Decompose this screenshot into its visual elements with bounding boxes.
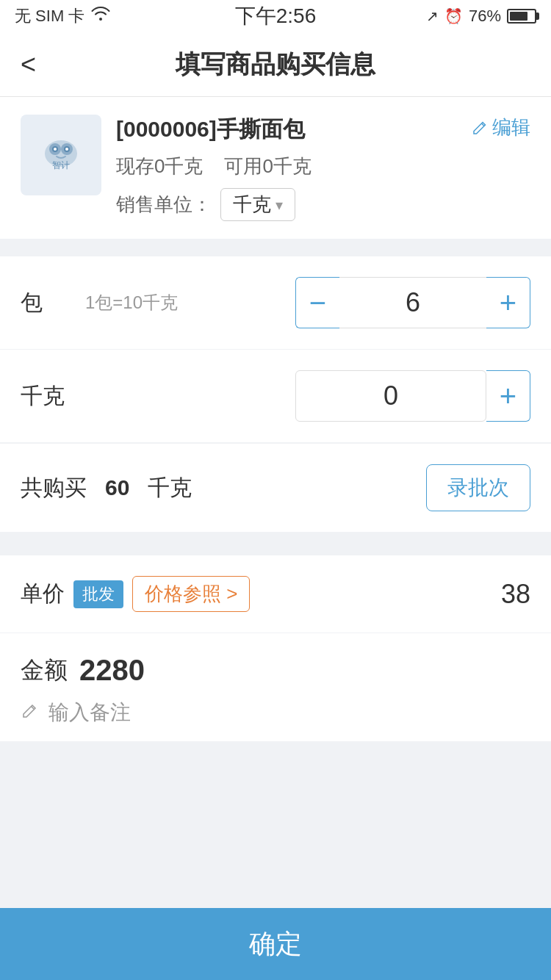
battery-icon bbox=[507, 9, 536, 24]
dropdown-arrow-icon: ▾ bbox=[276, 196, 283, 214]
product-image: 智计 bbox=[21, 115, 101, 195]
pack-hint: 1包=10千克 bbox=[85, 291, 295, 314]
edit-button[interactable]: 编辑 bbox=[472, 115, 530, 140]
divider-2 bbox=[0, 532, 551, 544]
back-button[interactable]: < bbox=[21, 49, 36, 80]
total-text: 共购买 60 千克 bbox=[21, 473, 192, 503]
kg-quantity-control: + bbox=[295, 370, 530, 422]
price-type-badge: 批发 bbox=[73, 580, 123, 608]
remark-row[interactable]: 输入备注 bbox=[21, 699, 530, 727]
kg-label: 千克 bbox=[21, 381, 79, 411]
pack-quantity-row: 包 1包=10千克 − + bbox=[0, 256, 551, 350]
pack-label: 包 bbox=[21, 288, 79, 318]
amount-label: 金额 bbox=[21, 655, 68, 687]
product-name-row: [0000006]手撕面包 编辑 bbox=[116, 115, 530, 145]
price-value: 38 bbox=[501, 579, 530, 610]
price-section: 单价 批发 价格参照 > 38 bbox=[0, 555, 551, 633]
unit-dropdown[interactable]: 千克 ▾ bbox=[220, 188, 295, 221]
status-left: 无 SIM 卡 bbox=[15, 5, 111, 27]
amount-row: 金额 2280 bbox=[21, 654, 530, 687]
page-title: 填写商品购买信息 bbox=[176, 48, 375, 82]
status-bar: 无 SIM 卡 下午2:56 ↗ ⏰ 76% bbox=[0, 0, 551, 32]
svg-point-6 bbox=[65, 148, 68, 151]
pack-increase-button[interactable]: + bbox=[486, 277, 530, 328]
price-label: 单价 bbox=[21, 579, 65, 609]
product-card: 智计 [0000006]手撕面包 编辑 现存0千克 可用0千克 销售单位： bbox=[0, 97, 551, 245]
remark-placeholder: 输入备注 bbox=[48, 699, 131, 727]
unit-label: 销售单位： bbox=[116, 192, 212, 217]
kg-increase-button[interactable]: + bbox=[486, 370, 530, 422]
pack-quantity-input[interactable] bbox=[339, 277, 486, 328]
pack-decrease-button[interactable]: − bbox=[295, 277, 339, 328]
svg-point-5 bbox=[54, 148, 57, 151]
confirm-button[interactable]: 确定 bbox=[0, 908, 551, 980]
product-unit-row: 销售单位： 千克 ▾ bbox=[116, 188, 530, 221]
location-icon: ↗ bbox=[426, 7, 439, 25]
svg-text:智计: 智计 bbox=[52, 160, 70, 170]
battery-percent: 76% bbox=[469, 7, 501, 26]
total-row: 共购买 60 千克 录批次 bbox=[0, 443, 551, 532]
wifi-icon bbox=[90, 6, 111, 26]
product-logo: 智计 bbox=[39, 133, 83, 178]
alarm-icon: ⏰ bbox=[444, 7, 463, 25]
product-stock: 现存0千克 可用0千克 bbox=[116, 154, 530, 179]
battery-fill bbox=[510, 12, 527, 21]
product-info: [0000006]手撕面包 编辑 现存0千克 可用0千克 销售单位： 千克 ▾ bbox=[116, 115, 530, 221]
pencil-icon bbox=[21, 701, 40, 725]
nav-bar: < 填写商品购买信息 bbox=[0, 32, 551, 97]
quantity-section: 包 1包=10千克 − + 千克 + 共购买 60 千克 录批次 bbox=[0, 256, 551, 532]
edit-label: 编辑 bbox=[492, 115, 530, 140]
divider-1 bbox=[0, 245, 551, 256]
amount-value: 2280 bbox=[79, 654, 145, 687]
status-time: 下午2:56 bbox=[235, 2, 317, 30]
price-reference-button[interactable]: 价格参照 > bbox=[132, 576, 250, 612]
carrier-text: 无 SIM 卡 bbox=[15, 5, 84, 27]
pack-quantity-control: − + bbox=[295, 277, 530, 328]
unit-value: 千克 bbox=[233, 192, 271, 217]
kg-quantity-input[interactable] bbox=[295, 370, 486, 422]
amount-section: 金额 2280 输入备注 bbox=[0, 633, 551, 747]
batch-button[interactable]: 录批次 bbox=[426, 464, 530, 511]
kg-quantity-row: 千克 + bbox=[0, 350, 551, 443]
product-name: [0000006]手撕面包 bbox=[116, 115, 305, 145]
total-amount: 60 bbox=[105, 475, 129, 500]
status-right: ↗ ⏰ 76% bbox=[426, 7, 536, 26]
